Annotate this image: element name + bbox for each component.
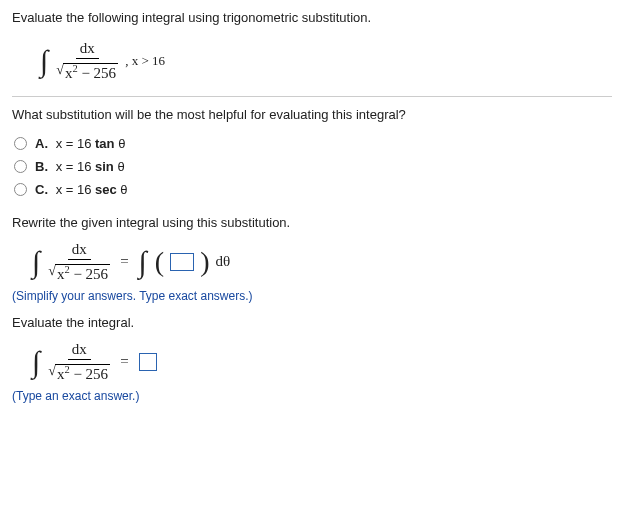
rewrite-prompt: Rewrite the given integral using this su… xyxy=(12,215,612,230)
integral-symbol: ∫ xyxy=(32,347,40,377)
radio-icon[interactable] xyxy=(14,137,27,150)
radio-icon[interactable] xyxy=(14,183,27,196)
main-instruction: Evaluate the following integral using tr… xyxy=(12,10,612,25)
integrand-fraction: dx √ x2 − 256 xyxy=(48,340,110,383)
dtheta-label: dθ xyxy=(215,253,230,270)
integral-symbol: ∫ xyxy=(40,46,48,76)
evaluate-equation: ∫ dx √ x2 − 256 = xyxy=(32,340,612,383)
integral-expression: ∫ dx √ x2 − 256 , x > 16 xyxy=(40,39,612,82)
choice-label: A. x = 16 tan θ xyxy=(35,136,125,151)
radio-icon[interactable] xyxy=(14,160,27,173)
choice-label: C. x = 16 sec θ xyxy=(35,182,128,197)
equals-sign: = xyxy=(120,353,128,370)
evaluate-prompt: Evaluate the integral. xyxy=(12,315,612,330)
integrand-fraction: dx √ x2 − 256 xyxy=(48,240,110,283)
section-divider xyxy=(12,96,612,97)
substitution-integrand-input[interactable] xyxy=(170,253,194,271)
equals-sign: = xyxy=(120,253,128,270)
exact-hint: (Type an exact answer.) xyxy=(12,389,612,403)
domain-condition: , x > 16 xyxy=(125,53,165,69)
fraction-denominator: √ x2 − 256 xyxy=(56,59,118,82)
simplify-hint: (Simplify your answers. Type exact answe… xyxy=(12,289,612,303)
final-answer-input[interactable] xyxy=(139,353,157,371)
choice-label: B. x = 16 sin θ xyxy=(35,159,125,174)
choice-c[interactable]: C. x = 16 sec θ xyxy=(14,182,612,197)
right-paren: ) xyxy=(200,248,209,276)
fraction-numerator: dx xyxy=(76,39,99,59)
choice-b[interactable]: B. x = 16 sin θ xyxy=(14,159,612,174)
choice-group: A. x = 16 tan θ B. x = 16 sin θ C. x = 1… xyxy=(14,136,612,197)
rewrite-equation: ∫ dx √ x2 − 256 = ∫ ( ) dθ xyxy=(32,240,612,283)
left-paren: ( xyxy=(155,248,164,276)
integral-symbol: ∫ xyxy=(32,247,40,277)
integrand-fraction: dx √ x2 − 256 xyxy=(56,39,118,82)
choice-a[interactable]: A. x = 16 tan θ xyxy=(14,136,612,151)
substitution-prompt: What substitution will be the most helpf… xyxy=(12,107,612,122)
integral-symbol: ∫ xyxy=(139,247,147,277)
